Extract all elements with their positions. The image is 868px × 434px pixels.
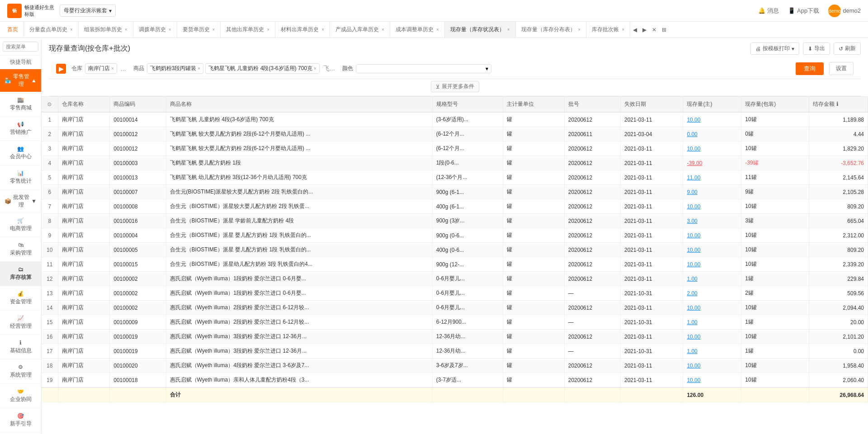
warehouse-filter-more[interactable]: ... bbox=[119, 65, 128, 72]
settings-button[interactable]: 设置 bbox=[829, 62, 854, 75]
cell-stock-main[interactable]: 10.00 bbox=[683, 373, 741, 388]
cell-stock-main[interactable]: 10.00 bbox=[683, 359, 741, 373]
refresh-button[interactable]: ↺ 刷新 bbox=[834, 42, 861, 55]
cell-stock-pkg: 10罐 bbox=[741, 301, 809, 315]
sidebar-item-retail-store[interactable]: 🏬 零售商城 bbox=[0, 92, 41, 117]
cell-stock-main[interactable]: 1.00 bbox=[683, 272, 741, 286]
sidebar-item-operations[interactable]: 📈 经营管理 bbox=[0, 311, 41, 335]
tab-close-6[interactable]: × bbox=[321, 27, 324, 32]
warehouse-tag[interactable]: 南岸门店 × bbox=[85, 63, 117, 74]
th-gear[interactable]: ⚙ bbox=[42, 97, 58, 112]
color-filter-input[interactable]: ▾ bbox=[356, 64, 491, 73]
tab-close-current[interactable]: ✕ bbox=[649, 22, 659, 38]
cell-stock-main[interactable]: 10.00 bbox=[683, 142, 741, 156]
tab-close-7[interactable]: × bbox=[382, 27, 384, 32]
cell-stock-main[interactable]: 1.00 bbox=[683, 315, 741, 330]
th-amount: 结存金额 ℹ bbox=[809, 97, 868, 112]
tab-home[interactable]: 首页 bbox=[2, 22, 24, 38]
sidebar-item-finance[interactable]: 💰 资金管理 bbox=[0, 286, 41, 311]
filter-expand-button[interactable]: ▶ bbox=[56, 64, 66, 74]
sidebar-item-system[interactable]: ⚙ 系统管理 bbox=[0, 359, 41, 384]
warehouse-tag-close[interactable]: × bbox=[111, 66, 114, 71]
sidebar-item-inventory[interactable]: 🗂 库存核算 bbox=[0, 262, 41, 286]
sidebar-item-wholesale[interactable]: 📦 批发管理 ▼ bbox=[0, 190, 41, 213]
cell-stock-main[interactable]: 10.00 bbox=[683, 330, 741, 344]
cell-stock-main[interactable]: 10.00 bbox=[683, 112, 741, 127]
cell-warehouse: 南岸门店 bbox=[58, 330, 110, 344]
tab-5[interactable]: 其他出库单历史 × bbox=[221, 22, 275, 38]
sidebar-item-member[interactable]: 👥 会员中心 bbox=[0, 141, 41, 165]
product-tag-1[interactable]: 飞鹤奶粉3段丙罐装 × bbox=[147, 63, 204, 74]
product-tag-2[interactable]: 飞鹤星飞帆 儿童奶粉 4段(3-6岁适用) 700克 × bbox=[205, 63, 320, 74]
expand-more-button[interactable]: ⊻ 展开更多条件 bbox=[431, 81, 479, 92]
tab-11[interactable]: 库存批次账 × bbox=[586, 22, 630, 38]
tab-2[interactable]: 组装拆卸单历史 × bbox=[79, 22, 133, 38]
sidebar-item-marketing[interactable]: 📢 营销推广 bbox=[0, 117, 41, 141]
color-filter-group: 颜色 ▾ bbox=[342, 64, 491, 73]
cell-stock-main[interactable]: 2.00 bbox=[683, 286, 741, 301]
company-dropdown[interactable]: 母婴行业演示账套 ▾ bbox=[60, 5, 116, 17]
app-download-button[interactable]: 📱 App下载 bbox=[788, 7, 819, 15]
tab-close-11[interactable]: × bbox=[622, 27, 624, 32]
cell-stock-main[interactable]: 10.00 bbox=[683, 228, 741, 243]
tab-close-10[interactable]: × bbox=[578, 27, 581, 32]
cell-num: 14 bbox=[42, 301, 58, 315]
sidebar-item-icon: 🏬 bbox=[17, 97, 24, 103]
sidebar-item-icon: 🏪 bbox=[5, 77, 11, 84]
product-more-tag[interactable]: 飞... bbox=[321, 65, 337, 73]
cell-name: 惠氏启赋（Wyeth illuma）4段奶粉 爱尔兰进口 3-6岁及7... bbox=[166, 359, 432, 373]
cell-stock-main[interactable]: 10.00 bbox=[683, 243, 741, 257]
sidebar-item-enterprise[interactable]: 🤝 企业协同 bbox=[0, 384, 41, 408]
tab-close-5[interactable]: × bbox=[267, 27, 269, 32]
tab-close-8[interactable]: × bbox=[436, 27, 439, 32]
tab-prev-btn[interactable]: ◀ bbox=[630, 22, 640, 38]
cell-stock-main[interactable]: 11.00 bbox=[683, 170, 741, 185]
cell-stock-main[interactable]: 10.00 bbox=[683, 301, 741, 315]
sidebar-item-guide[interactable]: 🎯 新手引导 bbox=[0, 408, 41, 433]
cell-stock-main[interactable]: 9.00 bbox=[683, 185, 741, 199]
tab-more-btn[interactable]: ⊞ bbox=[659, 22, 669, 38]
tab-close-9[interactable]: × bbox=[507, 27, 510, 32]
tab-7[interactable]: 产成品入库单历史 × bbox=[330, 22, 390, 38]
sidebar-quick-nav[interactable]: 快捷导航 bbox=[0, 56, 41, 69]
message-button[interactable]: 🔔 消息 bbox=[758, 7, 779, 15]
tab-close-1[interactable]: × bbox=[70, 27, 73, 32]
product-tag-2-close[interactable]: × bbox=[314, 66, 316, 71]
print-button[interactable]: 🖨 按模板打印 ▾ bbox=[750, 42, 799, 55]
query-button[interactable]: 查询 bbox=[796, 62, 824, 75]
search-input[interactable] bbox=[3, 42, 38, 52]
tab-4[interactable]: 要货单历史 × bbox=[177, 22, 221, 38]
cell-code: 00100015 bbox=[110, 257, 166, 272]
cell-amount: 2,145.64 bbox=[809, 170, 868, 185]
cell-amount: 2,060.40 bbox=[809, 373, 868, 388]
cell-stock-main[interactable]: -39.00 bbox=[683, 156, 741, 170]
tab-close-2[interactable]: × bbox=[125, 27, 127, 32]
sidebar-item-retail-management[interactable]: 🏪 零售管理 ▲ bbox=[0, 69, 41, 92]
cell-spec: 900g (3岁... bbox=[432, 214, 503, 228]
tab-3[interactable]: 调拨单历史 × bbox=[133, 22, 177, 38]
tab-6[interactable]: 材料出库单历史 × bbox=[275, 22, 330, 38]
sidebar-item-purchase[interactable]: 🛍 采购管理 bbox=[0, 237, 41, 262]
cell-stock-main[interactable]: 10.00 bbox=[683, 257, 741, 272]
summary-empty bbox=[42, 387, 58, 402]
product-tag-1-close[interactable]: × bbox=[198, 66, 200, 71]
cell-warehouse: 南岸门店 bbox=[58, 170, 110, 185]
tab-1[interactable]: 分量盘点单历史 × bbox=[24, 22, 79, 38]
tab-next-btn[interactable]: ▶ bbox=[640, 22, 649, 38]
dropdown-arrow-icon: ▾ bbox=[486, 66, 488, 72]
cell-stock-main[interactable]: 0.00 bbox=[683, 127, 741, 142]
sidebar-item-ecommerce[interactable]: 🛒 电商管理 bbox=[0, 213, 41, 237]
tab-8[interactable]: 成本调整单历史 × bbox=[390, 22, 445, 38]
tab-close-4[interactable]: × bbox=[212, 27, 215, 32]
cell-stock-main[interactable]: 3.00 bbox=[683, 214, 741, 228]
tab-10[interactable]: 现存量（库存分布表） × bbox=[516, 22, 587, 38]
user-profile[interactable]: demo demo2 bbox=[828, 5, 861, 17]
sidebar-item-retail-stats[interactable]: 📊 零售统计 bbox=[0, 165, 41, 190]
export-button[interactable]: ⬇ 导出 bbox=[803, 42, 830, 55]
sidebar-item-basic-info[interactable]: ℹ 基础信息 bbox=[0, 335, 41, 359]
cell-name: 合生元（BIOSTIME）派星 婴儿配方奶粉 1段 乳铁蛋白的... bbox=[166, 243, 432, 257]
tab-close-3[interactable]: × bbox=[169, 27, 171, 32]
cell-stock-main[interactable]: 1.00 bbox=[683, 344, 741, 359]
tab-9[interactable]: 现存量（库存状况表） × bbox=[445, 22, 516, 38]
cell-stock-main[interactable]: 10.00 bbox=[683, 199, 741, 214]
